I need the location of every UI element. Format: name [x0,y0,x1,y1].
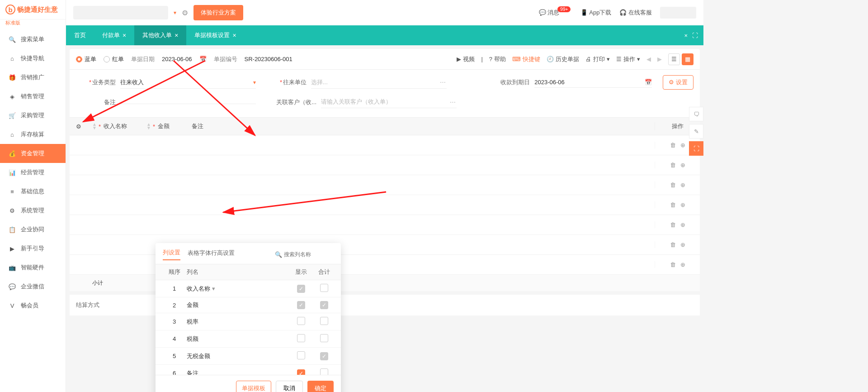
copy-row-icon[interactable]: ⊕ [680,201,685,208]
sidebar-item[interactable]: V畅会员 [0,296,66,315]
operate-link[interactable]: ☰ 操作 ▾ [616,55,640,63]
sum-checkbox[interactable] [314,284,335,293]
show-checkbox[interactable]: ✓ [288,285,314,293]
template-button[interactable]: 单据模板 [236,381,271,392]
sum-checkbox[interactable] [314,368,335,375]
history-link[interactable]: 🕘 历史单据 [547,55,579,63]
delete-row-icon[interactable]: 🗑 [670,261,676,268]
copy-row-icon[interactable]: ⊕ [680,182,685,188]
doc-date-value[interactable]: 2023-06-06 [162,56,192,62]
sum-checkbox[interactable] [314,334,335,344]
service-link[interactable]: 🎧 在线客服 [619,9,652,17]
nav-icon: ⌂ [8,131,16,138]
copy-row-icon[interactable]: ⊕ [680,261,685,268]
tab[interactable]: 首页 [66,25,94,45]
table-row[interactable]: 🗑⊕ [70,195,700,215]
rail-expand-icon[interactable]: ⛶ [689,141,703,156]
blue-order-radio[interactable]: 蓝单 [76,55,96,63]
sidebar-item[interactable]: 💰资金管理 [0,144,66,163]
delete-row-icon[interactable]: 🗑 [670,182,676,188]
next-doc-icon[interactable]: ▶ [657,56,662,62]
th-income-name[interactable]: ▲▼*收入名称 [88,122,142,130]
delete-row-icon[interactable]: 🗑 [670,162,676,168]
view-list-icon[interactable]: ☰ [668,53,680,65]
user-avatar[interactable] [660,7,696,19]
gear-icon[interactable]: ⚙ [182,9,188,17]
sidebar-item[interactable]: ▶新手引导 [0,239,66,258]
popup-search[interactable]: 🔍 [275,251,334,258]
video-link[interactable]: ▶ 视频 [457,55,475,63]
print-link[interactable]: 🖨 打印 ▾ [585,55,610,63]
show-checkbox[interactable]: ✓ [288,369,314,375]
nav-icon: 📋 [8,226,16,233]
partner-select[interactable]: 选择...⋯ [311,76,447,89]
column-settings-icon[interactable]: ⚙ [70,123,88,130]
sum-checkbox[interactable]: ✓ [314,352,335,360]
due-date-field[interactable]: 2023-06-06📅 [534,77,652,88]
sidebar-item[interactable]: 🔍搜索菜单 [0,30,66,49]
prev-doc-icon[interactable]: ◀ [646,56,651,62]
delete-row-icon[interactable]: 🗑 [670,142,676,148]
help-link[interactable]: ? 帮助 [489,55,506,63]
setting-button[interactable]: ⚙ 设置 [663,75,693,90]
tab[interactable]: 其他收入单× [134,25,186,45]
org-selector[interactable] [73,6,168,19]
sidebar-item[interactable]: 🛒采购管理 [0,106,66,125]
remark-input[interactable] [120,100,256,104]
messages-link[interactable]: 💬 消息99+ [539,9,573,17]
table-row[interactable]: 🗑⊕ [70,215,700,235]
sidebar-item[interactable]: ⚙系统管理 [0,201,66,220]
rail-note-icon[interactable]: 🗨 [689,107,703,121]
show-checkbox[interactable]: ✓ [288,301,314,309]
cancel-button[interactable]: 取消 [276,381,303,392]
red-order-radio[interactable]: 红单 [104,55,124,63]
copy-row-icon[interactable]: ⊕ [680,162,685,168]
chevron-down-icon[interactable]: ▾ [174,10,176,16]
tab-close-icon[interactable]: × [175,32,178,39]
close-all-icon[interactable]: × [684,32,688,39]
sidebar-item[interactable]: ◈销售管理 [0,87,66,106]
sidebar-item[interactable]: ⌂库存核算 [0,125,66,144]
tab[interactable]: 单据模板设置× [186,25,244,45]
show-checkbox[interactable] [288,351,314,361]
industry-plan-button[interactable]: 体验行业方案 [193,5,243,20]
sum-checkbox[interactable] [314,317,335,326]
nav-icon: V [8,302,16,309]
copy-row-icon[interactable]: ⊕ [680,241,685,248]
sidebar-item[interactable]: 🎁营销推广 [0,68,66,87]
popup-tab-columns[interactable]: 列设置 [163,249,180,260]
app-download-link[interactable]: 📱 App下载 [580,9,611,17]
confirm-button[interactable]: 确定 [307,381,334,392]
sum-checkbox[interactable]: ✓ [314,301,335,309]
sidebar-item[interactable]: ≡基础信息 [0,182,66,201]
sidebar-item[interactable]: 📋企业协同 [0,220,66,239]
th-amount[interactable]: ▲▼*金额 [142,122,187,130]
fullscreen-icon[interactable]: ⛶ [692,32,698,39]
tab-close-icon[interactable]: × [123,32,126,39]
shortcut-link[interactable]: ⌨ 快捷键 [512,55,540,63]
delete-row-icon[interactable]: 🗑 [670,201,676,208]
show-checkbox[interactable] [288,334,314,344]
table-row[interactable]: 🗑⊕ [70,175,700,195]
sidebar-item[interactable]: ⌂快捷导航 [0,49,66,68]
popup-tab-font[interactable]: 表格字体行高设置 [188,249,235,260]
delete-row-icon[interactable]: 🗑 [670,221,676,228]
calendar-icon[interactable]: 📅 [199,56,207,62]
popup-search-input[interactable] [284,251,334,258]
tab-close-icon[interactable]: × [232,32,236,39]
sidebar-item[interactable]: 💬企业微信 [0,277,66,296]
rail-edit-icon[interactable]: ✎ [689,124,703,139]
biz-type-select[interactable]: 往来收入▾ [120,76,256,89]
copy-row-icon[interactable]: ⊕ [680,142,685,148]
table-row[interactable]: 🗑⊕ [70,155,700,175]
table-row[interactable]: 🗑⊕ [70,135,700,155]
nav-icon: 🔍 [8,36,16,43]
rel-customer-input[interactable]: 请输入关联客户（收入单）⋯ [321,96,457,108]
copy-row-icon[interactable]: ⊕ [680,221,685,228]
sidebar-item[interactable]: 📺智能硬件 [0,258,66,277]
delete-row-icon[interactable]: 🗑 [670,241,676,248]
tab[interactable]: 付款单× [94,25,134,45]
view-card-icon[interactable]: ▦ [682,53,693,65]
show-checkbox[interactable] [288,317,314,326]
sidebar-item[interactable]: 📊经营管理 [0,163,66,182]
